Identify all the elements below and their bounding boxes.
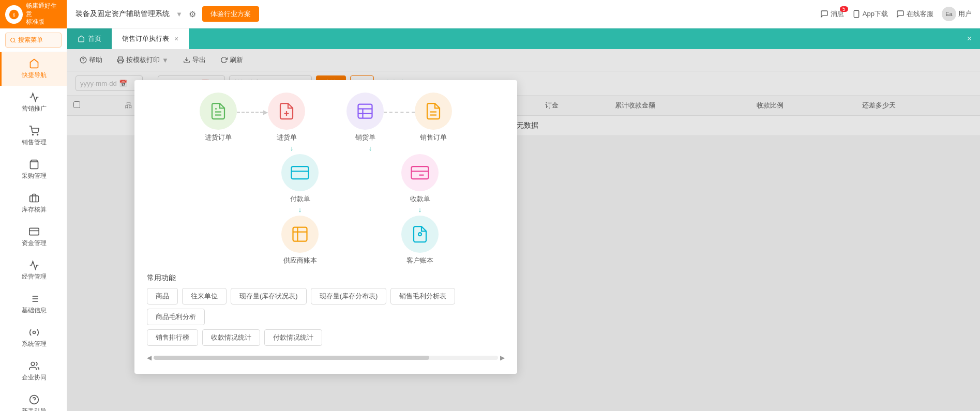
svg-point-16 (31, 362, 35, 366)
payment-bill-circle[interactable] (281, 154, 319, 191)
sidebar-search: 搜索菜单 (0, 28, 67, 52)
sidebar-item-inventory[interactable]: 库存核算 (0, 187, 67, 220)
svg-rect-39 (293, 227, 307, 241)
func-btn-3[interactable]: 现存量(库存分布表) (311, 288, 387, 305)
common-funcs-title: 常用功能 (147, 273, 505, 283)
supplier-account-node: 供应商账本 (281, 216, 319, 265)
logo-text-line1: 畅康通好生意 (26, 2, 62, 18)
popup-scrollbar: ◀ ▶ (147, 354, 505, 361)
tab-home[interactable]: 首页 (67, 28, 112, 49)
func-btn-0[interactable]: 商品 (147, 288, 178, 305)
search-menu-button[interactable]: 搜索菜单 (5, 33, 62, 48)
func-btn-1[interactable]: 往来单位 (182, 288, 227, 305)
experience-btn[interactable]: 体验行业方案 (202, 6, 259, 22)
sidebar-item-enterprise[interactable]: 企业协同 (0, 355, 67, 388)
main-area: 装备及固定资产辅助管理系统 ▼ ⚙ 体验行业方案 消息 5 App下载 在线客服 (67, 0, 980, 411)
svg-rect-6 (30, 196, 39, 202)
down-arrow-purchase: ↓ (273, 144, 310, 152)
svg-point-15 (33, 331, 36, 334)
customer-account-node: 客户账本 (401, 216, 439, 265)
flow-row-2: 付款单 收款单 (213, 154, 439, 204)
sales-order-flow-label: 销售订单 (420, 133, 447, 142)
logo-text-line2: 标准版 (26, 18, 62, 26)
svg-point-4 (37, 134, 38, 135)
content-area: 帮助 按模板打印 ▼ 导出 刷新 yyyy-m (67, 49, 980, 411)
sidebar-item-finance[interactable]: 资金管理 (0, 220, 67, 254)
func-btn-4[interactable]: 销售毛利分析表 (390, 288, 455, 305)
func-btn-2[interactable]: 现存量(库存状况表) (231, 288, 307, 305)
scroll-left-arrow[interactable]: ◀ (147, 354, 152, 361)
sidebar-item-basic-info[interactable]: 基础信息 (0, 287, 67, 321)
svg-rect-7 (29, 228, 39, 235)
message-badge: 5 (840, 6, 848, 12)
svg-text:6: 6 (13, 12, 16, 17)
purchase-bill-label: 进货单 (277, 133, 297, 142)
scrollbar-track[interactable] (154, 356, 498, 360)
sales-bill-label: 销货单 (355, 133, 375, 142)
sidebar-item-purchase[interactable]: 采购管理 (0, 153, 67, 187)
flow-row-3-arrows: ↓ ↓ (147, 206, 505, 214)
avatar: Ea (942, 7, 956, 21)
tab-sales-order[interactable]: 销售订单执行表 × (112, 28, 189, 49)
online-service-label: 在线客服 (907, 9, 933, 19)
app-download-action[interactable]: App下载 (852, 9, 888, 19)
sidebar-item-marketing[interactable]: 营销推广 (0, 86, 67, 119)
online-service-action[interactable]: 在线客服 (896, 9, 933, 19)
sales-bill-node: 销货单 (346, 93, 384, 142)
system-title: 装备及固定资产辅助管理系统 (76, 9, 170, 19)
svg-rect-35 (292, 166, 309, 179)
avatar-text: Ea (945, 11, 952, 17)
logo-icon: 6 (5, 5, 23, 24)
payment-bill-label: 付款单 (290, 194, 310, 204)
down-arrow-payment: ↓ (281, 206, 319, 214)
sidebar-item-operations[interactable]: 经营管理 (0, 254, 67, 287)
common-funcs-btns-2: 销售排行榜 收款情况统计 付款情况统计 (147, 329, 505, 346)
func-btn-7[interactable]: 收款情况统计 (202, 329, 260, 346)
common-functions: 常用功能 商品 往来单位 现存量(库存状况表) 现存量(库存分布表) 销售毛利分… (147, 273, 505, 346)
arrow-2 (384, 112, 415, 113)
svg-point-3 (33, 134, 34, 135)
tab-close-icon[interactable]: × (174, 35, 178, 43)
sales-order-circle[interactable] (415, 93, 452, 130)
user-label: 用户 (958, 9, 972, 19)
tabbar: 首页 销售订单执行表 × × (67, 28, 980, 49)
sales-bill-circle[interactable] (346, 93, 384, 130)
func-btn-5[interactable]: 商品毛利分析 (147, 309, 205, 325)
message-action[interactable]: 消息 5 (820, 9, 844, 19)
popup-panel: 进货订单 ▶ 进货单 (134, 80, 517, 374)
payment-bill-node: 付款单 (281, 154, 319, 204)
purchase-order-circle[interactable] (200, 93, 237, 130)
down-arrow-sales: ↓ (352, 144, 389, 152)
receipt-bill-circle[interactable] (401, 154, 439, 191)
flow-row-3: 供应商账本 客户账本 (213, 216, 439, 265)
topbar: 装备及固定资产辅助管理系统 ▼ ⚙ 体验行业方案 消息 5 App下载 在线客服 (67, 0, 980, 28)
tab-sales-order-label: 销售订单执行表 (122, 34, 169, 43)
purchase-bill-circle[interactable] (268, 93, 305, 130)
tab-home-label: 首页 (88, 34, 101, 43)
svg-point-2 (11, 38, 15, 42)
sidebar-item-newbie[interactable]: 新手引导 (0, 388, 67, 411)
user-action[interactable]: Ea 用户 (942, 7, 972, 21)
receipt-bill-node: 收款单 (401, 154, 439, 204)
customer-account-circle[interactable] (401, 216, 439, 253)
scroll-right-arrow[interactable]: ▶ (500, 354, 505, 361)
svg-rect-19 (854, 10, 858, 17)
svg-rect-37 (412, 166, 429, 179)
func-btn-6[interactable]: 销售排行榜 (147, 329, 198, 346)
purchase-order-node: 进货订单 (200, 93, 237, 142)
arrow-1: ▶ (237, 109, 268, 116)
topbar-actions: 消息 5 App下载 在线客服 Ea 用户 (820, 7, 972, 21)
func-btn-8[interactable]: 付款情况统计 (264, 329, 322, 346)
settings-icon[interactable]: ⚙ (189, 9, 196, 19)
purchase-order-label: 进货订单 (205, 133, 232, 142)
sidebar-item-sales[interactable]: 销售管理 (0, 119, 67, 153)
supplier-account-circle[interactable] (281, 216, 319, 253)
common-funcs-btns: 商品 往来单位 现存量(库存状况表) 现存量(库存分布表) 销售毛利分析表 商品… (147, 288, 505, 325)
dropdown-icon[interactable]: ▼ (176, 10, 183, 18)
flow-diagram: 进货订单 ▶ 进货单 (147, 93, 505, 265)
sidebar-nav: 快捷导航 营销推广 销售管理 采购管理 库存核算 资金管理 (0, 52, 67, 411)
sidebar-item-system[interactable]: 系统管理 (0, 321, 67, 355)
app-download-label: App下载 (863, 9, 888, 19)
close-all-tabs[interactable]: × (959, 34, 980, 43)
sidebar-item-quick-nav[interactable]: 快捷导航 (0, 52, 67, 86)
